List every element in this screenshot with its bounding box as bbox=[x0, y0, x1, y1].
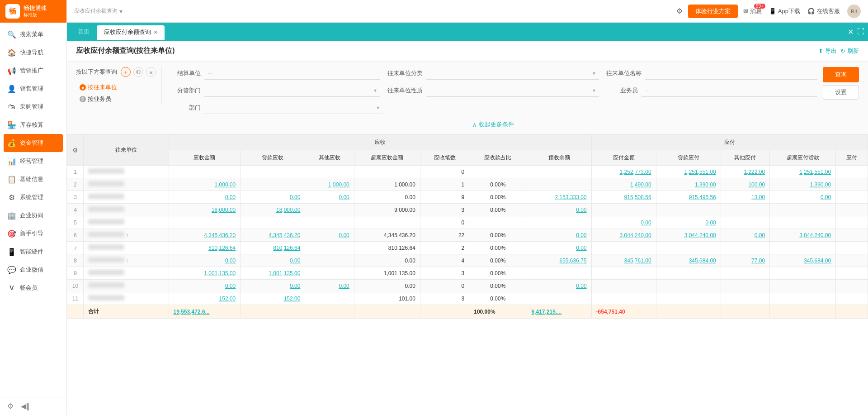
filter-add-button[interactable]: + bbox=[121, 67, 131, 77]
sidebar-item-hardware[interactable]: 📱 智能硬件 bbox=[0, 243, 66, 261]
message-badge: 99+ bbox=[754, 4, 765, 9]
table-cell[interactable]: 0.00 bbox=[591, 216, 656, 229]
table-cell[interactable]: 13.00 bbox=[721, 191, 769, 204]
sidebar-item-quick-nav[interactable]: 🏠 快捷导航 bbox=[0, 43, 66, 62]
table-cell[interactable]: 345,684.00 bbox=[770, 254, 836, 267]
tab-expand-icon[interactable]: ⛶ bbox=[857, 28, 864, 36]
table-cell[interactable]: 1,251,551.00 bbox=[770, 166, 836, 178]
collapse-button[interactable]: ∧ 收起更多条件 bbox=[472, 120, 514, 129]
app-download-button[interactable]: 📱 App下载 bbox=[769, 7, 800, 15]
filter-back-button[interactable]: « bbox=[146, 67, 156, 77]
support-button[interactable]: 🎧 在线客服 bbox=[807, 7, 840, 15]
sidebar-item-member[interactable]: V 畅会员 bbox=[0, 279, 66, 297]
footer-ar-total[interactable]: 19,553,472,6... bbox=[169, 305, 241, 319]
footer-settings-icon[interactable]: ⚙ bbox=[7, 402, 14, 410]
sidebar-item-wechat[interactable]: 💬 企业微信 bbox=[0, 261, 66, 279]
table-cell[interactable]: 0.00 bbox=[527, 280, 591, 292]
table-cell[interactable]: 18,000.00 bbox=[169, 204, 241, 216]
table-cell[interactable]: 1,390.00 bbox=[656, 178, 721, 191]
table-cell[interactable]: 0.00 bbox=[770, 191, 836, 204]
table-cell[interactable]: 1,000.00 bbox=[169, 178, 241, 191]
table-cell[interactable]: 4,345,436.20 bbox=[241, 229, 305, 242]
sidebar-item-system[interactable]: ⚙ 系统管理 bbox=[0, 188, 66, 206]
app-icon: 📱 bbox=[769, 8, 776, 14]
table-cell[interactable]: 2,153,333.00 bbox=[527, 191, 591, 204]
table-cell[interactable]: 1,000.00 bbox=[305, 178, 354, 191]
table-cell[interactable]: 3,044,240.00 bbox=[770, 229, 836, 242]
dept-manager-input[interactable]: ▾ bbox=[204, 84, 380, 97]
export-button[interactable]: ⬆ 导出 bbox=[818, 47, 837, 55]
table-cell[interactable]: 0.00 bbox=[527, 204, 591, 216]
sidebar-item-sales[interactable]: 👤 销售管理 bbox=[0, 80, 66, 98]
table-cell[interactable]: 1,001,135.00 bbox=[241, 267, 305, 280]
tab-home[interactable]: 首页 bbox=[71, 24, 97, 39]
table-cell[interactable]: 18,000.00 bbox=[241, 204, 305, 216]
partner-category-input[interactable]: ▾ bbox=[426, 67, 599, 80]
table-cell[interactable]: 1,251,551.00 bbox=[656, 166, 721, 178]
tab-close-window-icon[interactable]: ✕ bbox=[848, 28, 854, 36]
table-cell[interactable]: 3,044,240.00 bbox=[656, 229, 721, 242]
tab-receivable-query[interactable]: 应收应付余额查询 × bbox=[97, 25, 165, 40]
setting-button[interactable]: 设置 bbox=[823, 85, 859, 100]
table-cell[interactable]: 0.00 bbox=[169, 280, 241, 292]
table-cell[interactable]: 810,126.64 bbox=[169, 242, 241, 254]
breadcrumb-arrow[interactable]: ▾ bbox=[119, 8, 123, 15]
table-cell[interactable]: 0.00 bbox=[241, 280, 305, 292]
table-cell[interactable]: 152.00 bbox=[241, 292, 305, 305]
filter-copy-button[interactable]: © bbox=[133, 67, 143, 77]
scheme-by-salesman[interactable]: ⏱ 按业务员 bbox=[76, 93, 156, 105]
partner-name-input[interactable] bbox=[645, 67, 817, 80]
table-cell[interactable]: 77.00 bbox=[721, 254, 769, 267]
table-cell[interactable]: 152.00 bbox=[169, 292, 241, 305]
table-cell[interactable]: 1,490.00 bbox=[591, 178, 656, 191]
dept-input[interactable]: ▾ bbox=[204, 101, 383, 114]
table-cell[interactable]: 0.00 bbox=[527, 229, 591, 242]
table-cell[interactable]: 1,001,135.00 bbox=[169, 267, 241, 280]
footer-collapse-icon[interactable]: ◀‖ bbox=[21, 402, 30, 410]
settlement-unit-input[interactable]: ··· bbox=[204, 67, 380, 80]
table-cell[interactable]: 1,252,773.00 bbox=[591, 166, 656, 178]
table-cell[interactable]: 915,495.56 bbox=[656, 191, 721, 204]
partner-nature-input[interactable]: ▾ bbox=[426, 84, 599, 97]
table-cell[interactable]: 1,390.00 bbox=[770, 178, 836, 191]
sidebar-item-finance[interactable]: 💰 资金管理 bbox=[4, 134, 63, 152]
sidebar-item-operations[interactable]: 📊 经营管理 bbox=[0, 152, 66, 170]
sidebar-item-marketing[interactable]: 📢 营销推广 bbox=[0, 62, 66, 80]
header-gear-icon[interactable]: ⚙ bbox=[676, 7, 683, 15]
sidebar-item-enterprise[interactable]: 🏢 企业协同 bbox=[0, 206, 66, 224]
scheme-by-partner[interactable]: ● 按往来单位 bbox=[76, 81, 156, 93]
sidebar-item-purchase[interactable]: 🛍 采购管理 bbox=[0, 98, 66, 116]
table-cell[interactable]: 0.00 bbox=[305, 191, 354, 204]
query-button[interactable]: 查询 bbox=[823, 67, 859, 82]
table-cell[interactable]: 0.00 bbox=[169, 254, 241, 267]
table-cell[interactable]: 915,508.56 bbox=[591, 191, 656, 204]
table-cell[interactable]: 0.00 bbox=[305, 229, 354, 242]
table-cell[interactable]: 0.00 bbox=[527, 242, 591, 254]
table-cell[interactable]: 1,222.00 bbox=[721, 166, 769, 178]
table-cell[interactable]: 810,126.64 bbox=[241, 242, 305, 254]
sidebar-item-search-menu[interactable]: 🔍 搜索菜单 bbox=[0, 25, 66, 43]
table-cell[interactable]: 0.00 bbox=[241, 191, 305, 204]
table-cell[interactable]: 0.00 bbox=[169, 191, 241, 204]
table-cell[interactable]: 0.00 bbox=[305, 280, 354, 292]
tab-close-icon[interactable]: × bbox=[154, 29, 157, 36]
sidebar-item-inventory[interactable]: 🏪 库存核算 bbox=[0, 116, 66, 134]
table-cell[interactable]: 0.00 bbox=[721, 229, 769, 242]
table-cell[interactable]: 0.00 bbox=[241, 254, 305, 267]
footer-ar-prepaid[interactable]: 6,417,215.... bbox=[527, 305, 591, 319]
salesman-input[interactable]: ··· bbox=[642, 84, 817, 97]
message-button[interactable]: ✉ 消息 99+ bbox=[743, 7, 762, 15]
table-cell[interactable]: 3,044,240.00 bbox=[591, 229, 656, 242]
table-cell[interactable]: 655,636.75 bbox=[527, 254, 591, 267]
promo-button[interactable]: 体验行业方案 bbox=[688, 5, 738, 18]
table-cell[interactable]: 100.00 bbox=[721, 178, 769, 191]
table-cell[interactable]: 345,684.00 bbox=[656, 254, 721, 267]
table-cell[interactable]: 345,761.00 bbox=[591, 254, 656, 267]
sidebar-item-basic-info[interactable]: 📋 基础信息 bbox=[0, 170, 66, 188]
table-cell[interactable]: 4,345,436.20 bbox=[169, 229, 241, 242]
table-gear-icon[interactable]: ⚙ bbox=[72, 147, 78, 154]
refresh-button[interactable]: ↻ 刷新 bbox=[840, 47, 859, 55]
sidebar-item-guide[interactable]: 🎯 新手引导 bbox=[0, 224, 66, 243]
avatar[interactable]: Rit bbox=[847, 5, 861, 18]
table-cell[interactable]: 0.00 bbox=[656, 216, 721, 229]
